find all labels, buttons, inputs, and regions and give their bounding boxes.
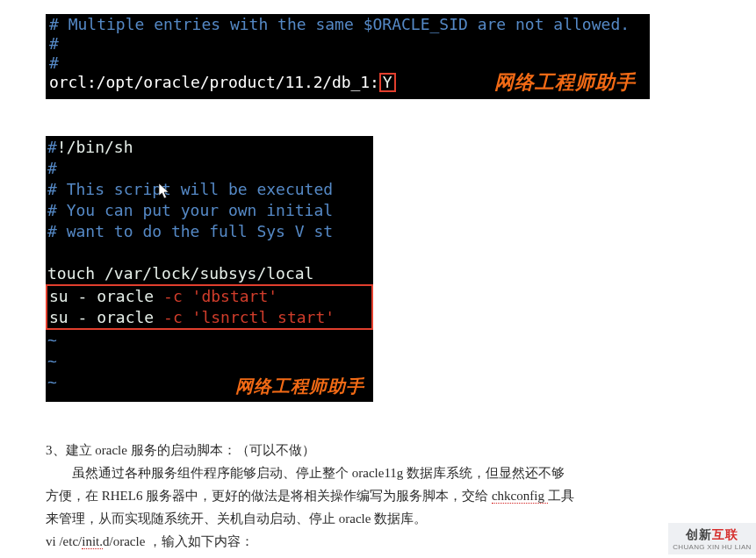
- site-badge: 创新互联 CHUANG XIN HU LIAN: [668, 523, 756, 554]
- code-line-touch: touch /var/lock/subsys/local: [47, 263, 373, 284]
- code-line: #: [47, 158, 373, 179]
- para-line-3: 方便，在 RHEL6 服务器中，更好的做法是将相关操作编写为服务脚本，交给 ch…: [46, 484, 710, 507]
- para-line-1: 3、建立 oracle 服务的启动脚本：（可以不做）: [46, 439, 710, 461]
- underlined-init: init.: [82, 534, 103, 549]
- cmd-red: lsnrctl start: [201, 308, 325, 326]
- terminal-snippet-rclocal: #!/bin/sh # # This script will be execut…: [46, 136, 373, 402]
- hash: #: [47, 138, 57, 156]
- explanation-paragraph: 3、建立 oracle 服务的启动脚本：（可以不做） 虽然通过各种服务组件程序能…: [46, 439, 710, 553]
- code-line: #: [49, 54, 647, 73]
- orcl-y-highlight: Y: [379, 73, 396, 92]
- para-line-4: 来管理，从而实现随系统开、关机自动启动、停止 oracle 数据库。: [46, 507, 710, 530]
- hash: #: [47, 222, 57, 240]
- text-segment: 方便，在 RHEL6 服务器中，更好的做法是将相关操作编写为服务脚本，交给: [46, 489, 492, 503]
- text-segment: d/oracle ，输入如下内容：: [103, 534, 254, 548]
- badge-title-a: 创新: [686, 527, 712, 541]
- cmd-white: su - oracle: [49, 308, 163, 326]
- hash: #: [47, 159, 57, 177]
- cmd-red: ': [325, 308, 335, 326]
- comment-text: want to do the full Sys V st: [57, 222, 333, 240]
- shebang: !/bin/sh: [57, 138, 133, 156]
- comment-text: You can put your own initial: [57, 201, 333, 219]
- hash: #: [49, 34, 59, 53]
- comment-text: Multiple entries with the same $ORACLE_S…: [59, 15, 630, 33]
- highlighted-commands-box: su - oracle -c 'dbstart' su - oracle -c …: [46, 284, 373, 330]
- code-line-su2: su - oracle -c 'lsnrctl start': [49, 307, 370, 328]
- spacer: [46, 99, 710, 136]
- code-line: #!/bin/sh: [47, 137, 373, 158]
- hash: #: [47, 180, 57, 198]
- watermark-brand: 网络工程师助手: [494, 73, 636, 92]
- cmd-red: -c ': [163, 287, 201, 305]
- code-line: # This script will be executed: [47, 179, 373, 200]
- tilde-line: ~: [47, 330, 373, 351]
- para-line-2: 虽然通过各种服务组件程序能够启动、停止整个 oracle11g 数据库系统，但显…: [46, 461, 710, 484]
- cmd-red: -c ': [163, 308, 201, 326]
- code-line: #: [49, 34, 647, 54]
- badge-title: 创新互联: [686, 527, 738, 543]
- comment-text: This script will be executed: [57, 180, 333, 198]
- hash: #: [49, 54, 59, 72]
- text-segment: 工具: [548, 489, 574, 503]
- code-line: # want to do the full Sys V st: [47, 221, 373, 242]
- orcl-path: orcl:/opt/oracle/product/11.2/db_1:: [49, 73, 379, 91]
- terminal-snippet-oratab: # Multiple entries with the same $ORACLE…: [46, 14, 650, 99]
- watermark-brand: 网络工程师助手: [235, 376, 364, 397]
- badge-title-b: 互联: [712, 527, 738, 541]
- underlined-chkconfig: chkconfig: [492, 489, 548, 504]
- text-segment: vi /etc/: [46, 534, 82, 548]
- code-line: # You can put your own initial: [47, 200, 373, 221]
- spacer: [46, 402, 710, 439]
- cmd-red: dbstart: [201, 287, 268, 305]
- para-line-5: vi /etc/init.d/oracle ，输入如下内容：: [46, 530, 710, 553]
- cmd-white: su - oracle: [49, 287, 163, 305]
- blank-line: [47, 242, 373, 263]
- code-line: # Multiple entries with the same $ORACLE…: [49, 15, 647, 34]
- tilde-line: ~: [47, 351, 373, 372]
- hash: #: [49, 15, 59, 33]
- hash: #: [47, 201, 57, 219]
- cmd-red: ': [268, 287, 277, 305]
- badge-subtitle: CHUANG XIN HU LIAN: [673, 543, 751, 551]
- code-line-su1: su - oracle -c 'dbstart': [49, 286, 370, 307]
